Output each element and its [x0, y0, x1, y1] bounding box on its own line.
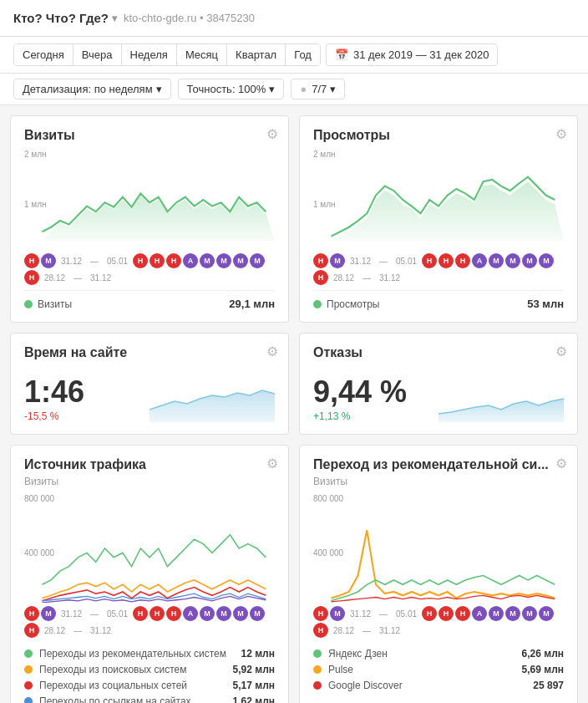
legend-pulse: Pulse 5,69 млн	[313, 664, 564, 675]
bounce-value-area: 9,44 % +1,13 %	[313, 377, 407, 422]
pageviews-stat-row: Просмотры 53 млн	[313, 290, 564, 310]
legend-search: Переходы из поисковых систем 5,92 млн	[24, 664, 275, 675]
legend-dot-social	[24, 681, 33, 690]
referral-gear-icon[interactable]: ⚙	[555, 456, 567, 471]
period-week[interactable]: Неделя	[122, 44, 177, 65]
pageviews-gear-icon[interactable]: ⚙	[555, 126, 567, 142]
site-title[interactable]: Кто? Что? Где? ▾	[13, 11, 117, 25]
badge-m3: М	[216, 253, 231, 268]
segments-icon: ●	[300, 83, 307, 95]
bounce-rate-card: Отказы ⚙ 9,44 % +1,13 %	[299, 333, 578, 435]
time-value-area: 1:46 -15,5 %	[24, 377, 84, 422]
accuracy-dropdown[interactable]: Точность: 100% ▾	[178, 79, 285, 99]
header-subdomain: kto-chto-gde.ru • 38475230	[124, 12, 255, 24]
segments-chevron-icon: ▾	[330, 83, 336, 95]
detail-chevron-icon: ▾	[156, 83, 162, 95]
pageviews-title: Просмотры	[313, 128, 564, 143]
referral-card: Переход из рекомендательной си... Визиты…	[299, 445, 578, 703]
legend-dot-dzen	[313, 650, 322, 658]
header-separator: •	[200, 12, 206, 24]
referral-svg	[313, 494, 564, 603]
traffic-svg	[24, 494, 275, 603]
period-month[interactable]: Месяц	[177, 44, 227, 65]
legend-yandex-dzen: Яндекс Дзен 6,26 млн	[313, 648, 564, 660]
bounce-mini-chart	[438, 364, 564, 422]
badge-m4: М	[233, 253, 248, 268]
accuracy-chevron-icon: ▾	[269, 83, 275, 95]
badge-m5: М	[250, 253, 265, 268]
content-grid: Визиты ⚙ 2 млн 1 млн Н М	[0, 105, 588, 703]
bounce-gear-icon[interactable]: ⚙	[555, 344, 567, 359]
traffic-title: Источник трафика	[24, 457, 275, 472]
calendar-icon: 📅	[335, 48, 348, 61]
time-mini-chart	[150, 364, 275, 422]
segments-label: 7/7	[312, 83, 327, 95]
detail-dropdown[interactable]: Детализация: по неделям ▾	[13, 79, 171, 99]
pageviews-stat-label: Просмотры	[313, 298, 379, 310]
toolbar-row2: Детализация: по неделям ▾ Точность: 100%…	[0, 74, 588, 105]
bounce-title: Отказы	[313, 345, 564, 360]
pv-badge-m4: М	[522, 253, 537, 268]
referral-chart: 800 000 400 000	[313, 494, 564, 603]
toolbar-row1: Сегодня Вчера Неделя Месяц Квартал Год 📅…	[0, 37, 588, 74]
legend-links: Переходы по ссылкам на сайтах 1,62 млн	[24, 695, 275, 703]
visits-stat-value: 29,1 млн	[229, 298, 275, 310]
pv-badge-m1: М	[330, 253, 345, 268]
referral-legend: Яндекс Дзен 6,26 млн Pulse 5,69 млн Goog…	[313, 648, 564, 691]
period-quarter[interactable]: Квартал	[227, 44, 286, 65]
visits-gear-icon[interactable]: ⚙	[266, 126, 278, 142]
time-gear-icon[interactable]: ⚙	[266, 344, 278, 359]
legend-google-discover: Google Discover 25 897	[313, 680, 564, 691]
pageviews-y-labels: 2 млн 1 млн	[313, 150, 339, 250]
time-big-value: 1:46	[24, 377, 84, 407]
traffic-gear-icon[interactable]: ⚙	[266, 456, 278, 471]
badge-m1: М	[41, 253, 56, 268]
header: Кто? Что? Где? ▾ kto-chto-gde.ru • 38475…	[0, 0, 588, 37]
legend-referral: Переходы из рекомендательных систем 12 м…	[24, 648, 275, 660]
period-today[interactable]: Сегодня	[14, 44, 74, 65]
visits-timeline: Н М 31.12 — 05.01 Н Н Н А М М М М Н 28.1…	[24, 253, 275, 285]
visits-card: Визиты ⚙ 2 млн 1 млн Н М	[10, 115, 289, 323]
pageviews-chart: 2 млн 1 млн	[313, 150, 564, 250]
visits-svg	[24, 150, 275, 250]
referral-timeline: Н М 31.12 — 05.01 Н Н Н А М М М М Н 28.1…	[313, 606, 564, 638]
visits-y-labels: 2 млн 1 млн	[24, 150, 50, 250]
traffic-subtitle: Визиты	[24, 476, 275, 487]
pageviews-timeline: Н М 31.12 — 05.01 Н Н Н А М М М М Н 28.1…	[313, 253, 564, 285]
bounce-svg	[438, 364, 564, 422]
visits-chart: 2 млн 1 млн	[24, 150, 275, 250]
traffic-legend: Переходы из рекомендательных систем 12 м…	[24, 648, 275, 703]
pv-badge-n1: Н	[313, 253, 328, 268]
period-yesterday[interactable]: Вчера	[74, 44, 122, 65]
date-range-button[interactable]: 📅 31 дек 2019 — 31 дек 2020	[326, 43, 498, 66]
bounce-content: 9,44 % +1,13 %	[313, 364, 564, 422]
badge-n3: Н	[150, 253, 165, 268]
traffic-chart: 800 000 400 000	[24, 494, 275, 603]
badge-n1: Н	[24, 253, 39, 268]
badge-a1: А	[183, 253, 198, 268]
referral-y-labels: 800 000 400 000	[313, 494, 347, 603]
legend-dot-pulse	[313, 665, 322, 674]
bounce-change: +1,13 %	[313, 410, 407, 422]
period-year[interactable]: Год	[286, 44, 320, 65]
counter-text: 38475230	[206, 12, 255, 24]
visits-title: Визиты	[24, 128, 275, 143]
time-svg	[150, 364, 275, 422]
traffic-timeline: Н М 31.12 — 05.01 Н Н Н А М М М М Н 28.1…	[24, 606, 275, 638]
visits-dot	[24, 300, 33, 308]
legend-dot-referral	[24, 650, 33, 658]
accuracy-label: Точность: 100%	[187, 83, 266, 95]
title-text: Кто? Что? Где?	[13, 11, 109, 25]
pageviews-svg	[313, 150, 564, 250]
traffic-y-labels: 800 000 400 000	[24, 494, 58, 603]
visits-stat-label: Визиты	[24, 298, 72, 310]
legend-dot-google	[313, 681, 322, 690]
segments-dropdown[interactable]: ● 7/7 ▾	[291, 79, 345, 99]
legend-dot-search	[24, 665, 33, 674]
badge-n4: Н	[166, 253, 181, 268]
pv-badge-n3: Н	[438, 253, 454, 268]
pageviews-card: Просмотры ⚙ 2 млн 1 млн Н М	[299, 115, 578, 323]
period-button-group: Сегодня Вчера Неделя Месяц Квартал Год	[13, 43, 321, 66]
badge-n5: Н	[24, 270, 39, 285]
pv-badge-n5: Н	[313, 270, 328, 285]
